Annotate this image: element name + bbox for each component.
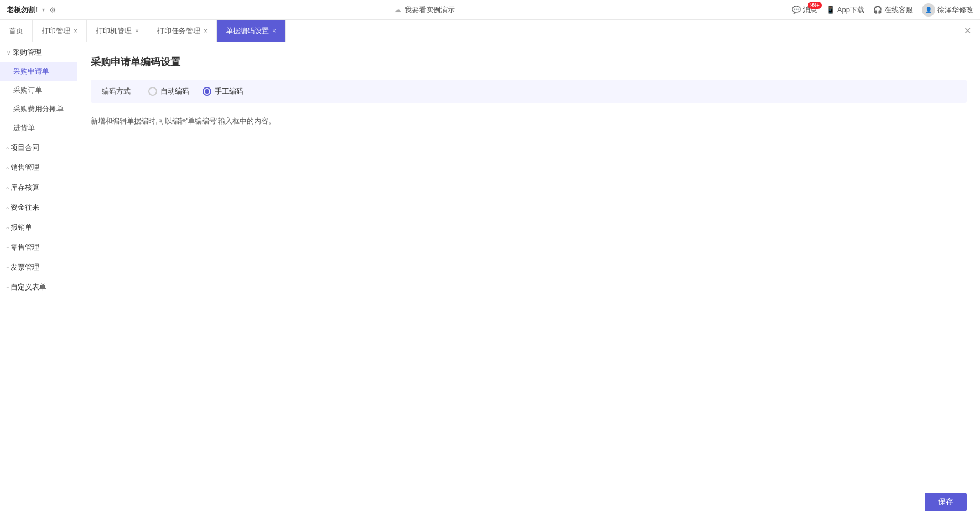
app-download-button[interactable]: 📱 App下载 (826, 5, 864, 15)
main-layout: ∨ 采购管理 采购申请单 采购订单 采购费用分摊单 进货单 › 项目合同 (0, 42, 980, 518)
sidebar-group-capital-title[interactable]: › 资金往来 (0, 197, 77, 217)
sidebar-item-purchase-request[interactable]: 采购申请单 (0, 62, 77, 81)
window-close-button[interactable]: ✕ (955, 25, 980, 36)
sidebar-group-invoice-mgmt-title[interactable]: › 发票管理 (0, 257, 77, 277)
gear-icon[interactable]: ⚙ (49, 6, 56, 14)
sidebar-item-purchase-expense[interactable]: 采购费用分摊单 (0, 100, 77, 118)
description-text: 新增和编辑单据编时,可以编辑'单编编号'输入框中的内容。 (91, 112, 967, 131)
mobile-icon: 📱 (826, 6, 835, 14)
sidebar: ∨ 采购管理 采购申请单 采购订单 采购费用分摊单 进货单 › 项目合同 (0, 42, 77, 518)
sidebar-group-inventory-title[interactable]: › 库存核算 (0, 177, 77, 197)
sidebar-group-retail-mgmt: › 零售管理 (0, 237, 77, 257)
top-bar-right: 💬 消息 99+ 📱 App下载 🎧 在线客服 👤 徐泽华修改 (792, 3, 973, 17)
dropdown-arrow-icon[interactable]: ▾ (42, 7, 45, 13)
sidebar-group-purchase-title[interactable]: ∨ 采购管理 (0, 42, 77, 62)
encoding-section: 编码方式 自动编码 手工编码 新增和编辑单据编时,可以编辑'单编编号'输入框中的… (91, 80, 967, 131)
encoding-label: 编码方式 (102, 86, 135, 96)
message-button[interactable]: 💬 消息 99+ (792, 5, 817, 15)
demo-text[interactable]: 我要看实例演示 (405, 5, 455, 15)
tab-single-code[interactable]: 单据编码设置 × (217, 20, 286, 42)
sidebar-group-invoice-mgmt: › 发票管理 (0, 257, 77, 277)
sidebar-group-sales-mgmt: › 销售管理 (0, 157, 77, 177)
tab-print-mgmt[interactable]: 打印管理 × (33, 20, 87, 42)
chevron-right-icon: › (4, 167, 11, 168)
chevron-down-icon: ∨ (7, 50, 11, 56)
chevron-right-icon: › (4, 206, 11, 208)
tab-print-task[interactable]: 打印任务管理 × (148, 20, 217, 42)
content-area: 采购申请单编码设置 编码方式 自动编码 手工编码 (77, 42, 980, 518)
radio-inner-dot (205, 89, 209, 94)
auto-code-radio[interactable] (148, 87, 157, 96)
sidebar-group-project-contract: › 项目合同 (0, 137, 77, 157)
sidebar-group-custom-forms-title[interactable]: › 自定义表单 (0, 277, 77, 297)
tab-close-icon[interactable]: × (272, 27, 276, 35)
tab-bar: 首页 打印管理 × 打印机管理 × 打印任务管理 × 单据编码设置 × ✕ (0, 20, 980, 42)
top-bar: 老板勿割! ▾ ⚙ ☁ 我要看实例演示 💬 消息 99+ 📱 App下载 🎧 在… (0, 0, 980, 20)
chevron-right-icon: › (4, 147, 11, 148)
sidebar-group-returns-title[interactable]: › 报销单 (0, 217, 77, 237)
sidebar-group-purchase: ∨ 采购管理 采购申请单 采购订单 采购费用分摊单 进货单 (0, 42, 77, 137)
auto-code-option[interactable]: 自动编码 (148, 86, 189, 96)
encoding-row: 编码方式 自动编码 手工编码 (91, 80, 967, 103)
top-bar-center: ☁ 我要看实例演示 (394, 5, 455, 15)
cloud-icon: ☁ (394, 6, 401, 14)
chevron-right-icon: › (4, 187, 11, 188)
chevron-right-icon: › (4, 266, 11, 268)
headset-icon: 🎧 (873, 6, 882, 14)
sidebar-item-purchase-order[interactable]: 采购订单 (0, 81, 77, 100)
online-service-button[interactable]: 🎧 在线客服 (873, 5, 913, 15)
tab-home[interactable]: 首页 (0, 20, 33, 42)
chevron-right-icon: › (4, 286, 11, 288)
top-bar-left: 老板勿割! ▾ ⚙ (7, 5, 56, 15)
auto-code-label: 自动编码 (160, 86, 189, 96)
content-footer: 保存 (77, 485, 980, 518)
user-name: 徐泽华修改 (937, 5, 973, 15)
manual-code-radio[interactable] (203, 87, 211, 96)
save-button[interactable]: 保存 (925, 493, 967, 511)
tab-close-icon[interactable]: × (74, 27, 77, 35)
user-menu[interactable]: 👤 徐泽华修改 (922, 3, 973, 17)
sidebar-group-returns: › 报销单 (0, 217, 77, 237)
chevron-right-icon: › (4, 246, 11, 248)
manual-code-option[interactable]: 手工编码 (203, 86, 243, 96)
sidebar-group-sales-mgmt-title[interactable]: › 销售管理 (0, 157, 77, 177)
sidebar-item-stock-in[interactable]: 进货单 (0, 118, 77, 137)
content-main: 采购申请单编码设置 编码方式 自动编码 手工编码 (77, 42, 980, 485)
sidebar-group-retail-mgmt-title[interactable]: › 零售管理 (0, 237, 77, 257)
sidebar-group-custom-forms: › 自定义表单 (0, 277, 77, 297)
message-badge: 99+ (808, 2, 822, 9)
sidebar-group-capital: › 资金往来 (0, 197, 77, 217)
chevron-right-icon: › (4, 226, 11, 228)
message-icon: 💬 (792, 6, 801, 14)
manual-code-label: 手工编码 (215, 86, 243, 96)
avatar: 👤 (922, 3, 935, 17)
app-logo: 老板勿割! (7, 5, 38, 15)
tab-printer-mgmt[interactable]: 打印机管理 × (87, 20, 148, 42)
sidebar-group-inventory: › 库存核算 (0, 177, 77, 197)
tab-close-icon[interactable]: × (135, 27, 139, 35)
page-title: 采购申请单编码设置 (91, 55, 967, 69)
sidebar-group-project-contract-title[interactable]: › 项目合同 (0, 137, 77, 157)
tab-close-icon[interactable]: × (204, 27, 208, 35)
